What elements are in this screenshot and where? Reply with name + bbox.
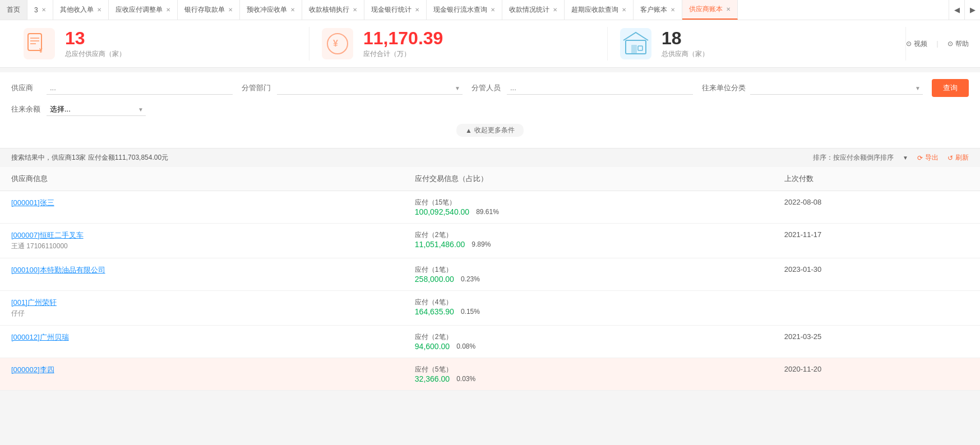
nav-tab-3[interactable]: 3 ✕ — [27, 0, 53, 20]
nav-tab-cash-flow[interactable]: 现金银行流水查询 ✕ — [427, 0, 502, 20]
stat-label: 应付合计（万） — [363, 49, 443, 59]
filter-supplier: 供应商 — [11, 81, 233, 95]
department-select[interactable] — [277, 81, 463, 95]
table-row: [000002]李四应付（5笔）32,366.000.03%2020-11-20 — [0, 358, 980, 391]
filter-department: 分管部门 ▼ — [242, 81, 463, 95]
tx-amount: 11,051,486.00 — [415, 240, 465, 249]
collapse-button[interactable]: ▲ 收起更多条件 — [456, 124, 524, 137]
col-supplier-info: 供应商信息 — [0, 167, 404, 191]
export-icon: ⟳ — [917, 154, 923, 162]
table-row: [000001]张三应付（15笔）100,092,540.0089.61%202… — [0, 191, 980, 224]
last-pay-cell: 2022-08-08 — [773, 191, 980, 224]
tx-label: 应付（15笔） — [415, 198, 762, 207]
category-select[interactable] — [750, 81, 923, 95]
supplier-link[interactable]: [000002]李四 — [11, 365, 54, 374]
result-bar-right: 排序：按应付余额倒序排序 ▼ ⟳ 导出 ↺ 刷新 — [813, 153, 969, 163]
nav-tab-label: 收款核销执行 — [309, 5, 349, 15]
filter-supplier-label: 供应商 — [11, 83, 42, 93]
last-pay-cell: 2021-11-17 — [773, 224, 980, 258]
supplier-link[interactable]: [000100]本特勤油品有限公司 — [11, 266, 105, 274]
filter-balance: 往来余额 选择... ▼ — [11, 103, 146, 116]
video-link[interactable]: ⊙ 视频 — [906, 39, 927, 49]
supplier-link[interactable]: [001]广州荣轩 — [11, 298, 57, 307]
stat-label: 总应付供应商（家） — [65, 49, 126, 59]
nav-tab-collection[interactable]: 收款核销执行 ✕ — [302, 0, 364, 20]
nav-tab-bank-deposit[interactable]: 银行存取款单 ✕ — [178, 0, 240, 20]
nav-tab-customer-book[interactable]: 客户账本 ✕ — [634, 0, 682, 20]
supplier-link[interactable]: [000012]广州贝瑞 — [11, 333, 69, 341]
nav-tab-label: 现金银行统计 — [371, 5, 412, 15]
filter-area: 供应商 分管部门 ▼ 分管人员 往来单位分类 ▼ 查询 — [0, 72, 980, 149]
nav-tab-cash-bank-stat[interactable]: 现金银行统计 ✕ — [364, 0, 427, 20]
tx-info-cell: 应付（2笔）11,051,486.009.89% — [404, 224, 773, 258]
tx-label: 应付（5笔） — [415, 365, 762, 374]
manager-input[interactable] — [507, 81, 693, 95]
collapse-label: 收起更多条件 — [474, 126, 515, 135]
nav-prev-arrow[interactable]: ◀ — [949, 0, 964, 20]
supplier-input[interactable] — [47, 81, 233, 95]
tx-info-cell: 应付（5笔）32,366.000.03% — [404, 358, 773, 391]
close-icon[interactable]: ✕ — [97, 7, 101, 13]
refresh-icon: ↺ — [947, 154, 953, 162]
supplier-payable-icon: ¥ — [22, 27, 56, 61]
search-button[interactable]: 查询 — [932, 79, 969, 97]
tx-info-cell: 应付（2笔）94,600.000.08% — [404, 326, 773, 358]
nav-tab-prepay[interactable]: 预收冲应收单 ✕ — [240, 0, 302, 20]
nav-arrows: ◀ ▶ — [949, 0, 980, 20]
stat-total-suppliers: 18 总供应商（家） — [608, 27, 906, 61]
close-icon[interactable]: ✕ — [671, 7, 675, 13]
balance-select[interactable]: 选择... — [47, 103, 146, 116]
stat-content: 11,170.39 应付合计（万） — [363, 29, 443, 59]
col-last-pay: 上次付数 — [773, 167, 980, 191]
chevron-down-icon: ▼ — [903, 155, 908, 161]
last-pay-cell: 2021-03-25 — [773, 326, 980, 358]
close-icon[interactable]: ✕ — [228, 7, 233, 13]
tx-percent: 0.08% — [456, 342, 475, 350]
tx-amount: 100,092,540.00 — [415, 207, 469, 216]
close-icon[interactable]: ✕ — [553, 7, 557, 13]
supplier-contact: 仔仔 — [11, 309, 392, 318]
close-icon[interactable]: ✕ — [491, 7, 495, 13]
supplier-info-cell: [000012]广州贝瑞 — [0, 326, 404, 358]
payable-total-icon: ¥ — [321, 27, 354, 61]
nav-tab-collection-stat[interactable]: 收款情况统计 ✕ — [502, 0, 565, 20]
close-icon[interactable]: ✕ — [290, 7, 295, 13]
filter-row-2: 往来余额 选择... ▼ — [11, 103, 969, 116]
stat-payable-total: ¥ 11,170.39 应付合计（万） — [309, 27, 608, 61]
refresh-button[interactable]: ↺ 刷新 — [947, 153, 969, 163]
nav-tab-home[interactable]: 首页 — [0, 0, 27, 20]
supplier-link[interactable]: [000001]张三 — [11, 198, 54, 207]
nav-tab-supplier-book[interactable]: 供应商账本 ✕ — [682, 0, 738, 20]
top-nav: 首页 3 ✕ 其他收入单 ✕ 应收应付调整单 ✕ 银行存取款单 ✕ 预收冲应收单… — [0, 0, 980, 20]
table-header-row: 供应商信息 应付交易信息（占比） 上次付数 — [0, 167, 980, 191]
col-tx-info: 应付交易信息（占比） — [404, 167, 773, 191]
chevron-up-icon: ▲ — [465, 127, 472, 135]
help-link[interactable]: ⊙ 帮助 — [947, 39, 969, 49]
nav-tab-ar-ap-adjust[interactable]: 应收应付调整单 ✕ — [109, 0, 178, 20]
close-icon[interactable]: ✕ — [353, 7, 357, 13]
total-supplier-icon — [619, 27, 653, 61]
close-icon[interactable]: ✕ — [726, 6, 731, 12]
nav-tab-label: 应收应付调整单 — [115, 5, 163, 15]
filter-category: 往来单位分类 ▼ — [702, 81, 923, 95]
stats-bar: ¥ 13 总应付供应商（家） ¥ 11,170.39 应付合计（万） — [0, 20, 980, 68]
stat-payable-suppliers: ¥ 13 总应付供应商（家） — [11, 27, 309, 61]
close-icon[interactable]: ✕ — [415, 7, 419, 13]
close-icon[interactable]: ✕ — [166, 7, 170, 13]
supplier-contact: 王通 17106110000 — [11, 242, 392, 251]
close-icon[interactable]: ✕ — [41, 7, 46, 13]
supplier-info-cell: [000007]恒旺二手叉车王通 17106110000 — [0, 224, 404, 258]
close-icon[interactable]: ✕ — [622, 7, 626, 13]
tx-amount: 94,600.00 — [415, 342, 450, 351]
last-pay-cell: 2020-11-20 — [773, 358, 980, 391]
nav-tab-other-income[interactable]: 其他收入单 ✕ — [53, 0, 109, 20]
tx-label: 应付（1笔） — [415, 265, 762, 275]
stat-number: 18 — [662, 29, 709, 47]
nav-tab-overdue[interactable]: 超期应收款查询 ✕ — [565, 0, 634, 20]
supplier-link[interactable]: [000007]恒旺二手叉车 — [11, 231, 84, 239]
nav-next-arrow[interactable]: ▶ — [964, 0, 980, 20]
export-button[interactable]: ⟳ 导出 — [917, 153, 939, 163]
tx-percent: 89.61% — [476, 208, 499, 216]
filter-dept-label: 分管部门 — [242, 83, 272, 93]
tx-amount: 32,366.00 — [415, 374, 450, 383]
